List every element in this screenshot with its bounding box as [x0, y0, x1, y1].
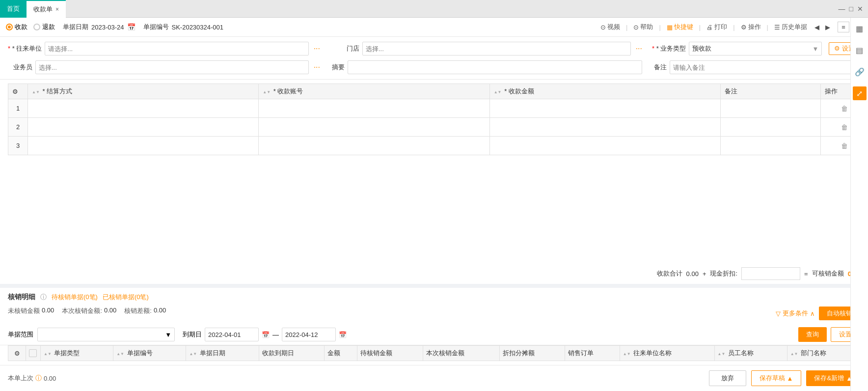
sort-settlement-icon[interactable]: ▲▼	[32, 90, 40, 94]
btcol-counterpart-label: 往来单位名称	[633, 349, 672, 357]
help-label: 帮助	[640, 23, 653, 31]
row-1-amount[interactable]	[489, 99, 720, 118]
print-btn[interactable]: 🖨 打印	[706, 23, 727, 31]
date-range-field: 到期日 📅 — 📅	[183, 328, 347, 341]
calendar-icon[interactable]: 📅	[127, 23, 136, 31]
shop-more-icon[interactable]: ···	[636, 44, 642, 53]
operation-btn[interactable]: ⚙ 操作	[741, 23, 761, 31]
btcol-this-header: 本次核销金额	[423, 346, 499, 361]
summary-input[interactable]	[348, 60, 642, 74]
tab-close-icon[interactable]: ×	[55, 6, 59, 13]
minimize-button[interactable]: —	[839, 5, 845, 13]
sort-type-icon[interactable]: ▲▼	[44, 352, 52, 356]
sort-dept-icon[interactable]: ▲▼	[790, 352, 798, 356]
right-sidebar: ▦ ▤ 🔗 ⤢	[850, 18, 868, 391]
row-3-delete-icon[interactable]: 🗑	[841, 142, 848, 150]
row-3-note[interactable]	[720, 137, 820, 155]
sidebar-list-icon[interactable]: ▤	[853, 43, 867, 57]
note-input[interactable]	[670, 60, 860, 74]
history-btn[interactable]: ☰ 历史单据	[774, 23, 807, 31]
tab-receipt[interactable]: 收款单 ×	[27, 0, 66, 18]
history-icon: ☰	[774, 24, 780, 31]
row-3-amount[interactable]	[489, 137, 720, 155]
counterpart-input[interactable]	[45, 42, 308, 56]
sidebar-table-icon[interactable]: ▦	[853, 22, 867, 35]
maximize-button[interactable]: □	[849, 5, 853, 13]
radio-collect[interactable]: 收款	[6, 23, 27, 31]
row-2-delete-icon[interactable]: 🗑	[841, 123, 848, 131]
shop-input[interactable]	[362, 42, 631, 56]
this-order-info-icon[interactable]: ⓘ	[35, 374, 42, 383]
row-1-delete-icon[interactable]: 🗑	[841, 105, 848, 112]
due-from-input[interactable]	[205, 328, 259, 341]
abandon-button[interactable]: 放弃	[709, 370, 746, 386]
col-gear-header[interactable]: ⚙	[8, 84, 28, 99]
counterpart-label: * 往来单位	[8, 44, 42, 53]
sort-counterpart-icon[interactable]: ▲▼	[623, 352, 631, 356]
row-1-account[interactable]	[259, 99, 489, 118]
this-verify-value: 0.00	[104, 307, 116, 320]
staff-input[interactable]	[35, 60, 309, 74]
row-3-settlement[interactable]	[28, 137, 259, 155]
btcol-due-label: 收款到期日	[262, 349, 294, 357]
row-3-account[interactable]	[259, 137, 489, 155]
sort-account-icon[interactable]: ▲▼	[263, 90, 271, 94]
query-label: 查询	[806, 331, 819, 338]
due-to-input[interactable]	[282, 328, 336, 341]
cal-to-icon[interactable]: 📅	[339, 331, 347, 338]
help-btn[interactable]: ⊙ 帮助	[633, 23, 653, 31]
verify-info-icon[interactable]: ⓘ	[40, 293, 47, 302]
row-2-settlement[interactable]	[28, 118, 259, 137]
btcol-gear-header[interactable]: ⚙	[8, 346, 26, 361]
equals-sign: =	[804, 270, 808, 278]
close-button[interactable]: ✕	[857, 5, 863, 13]
plus-sign: +	[703, 270, 706, 278]
counterpart-more-icon[interactable]: ···	[314, 44, 320, 53]
shortcut-btn[interactable]: ▦ 快捷键	[667, 23, 693, 31]
sidebar-expand-icon[interactable]: ⤢	[853, 86, 867, 100]
col-action-label: 操作	[825, 87, 838, 95]
tab-receipt-label: 收款单	[33, 5, 53, 14]
row-2-note[interactable]	[720, 118, 820, 137]
sidebar-link-icon[interactable]: 🔗	[853, 65, 867, 79]
btcol-check-header	[26, 346, 41, 361]
video-btn[interactable]: ⊙ 视频	[600, 23, 620, 31]
staff-label: 业务员	[8, 63, 32, 72]
select-all-checkbox[interactable]	[29, 349, 37, 357]
next-arrow[interactable]: ▶	[823, 22, 833, 32]
radio-refund[interactable]: 退款	[33, 23, 55, 31]
range-select[interactable]: ▼	[37, 328, 175, 341]
toolbar: 收款 退款 单据日期 2023-03-24 📅 单据编号 SK-20230324…	[0, 18, 868, 37]
prev-arrow[interactable]: ◀	[812, 22, 822, 32]
sort-staff-icon[interactable]: ▲▼	[718, 352, 726, 356]
btcol-amount-header: 金额	[325, 346, 357, 361]
pending-tab[interactable]: 待核销单据(0笔)	[52, 293, 98, 302]
more-conditions-btn[interactable]: ▽ 更多条件 ∧	[776, 309, 815, 318]
discount-input[interactable]	[741, 267, 800, 280]
gear-icon: ⚙	[12, 88, 18, 95]
biz-type-select[interactable]: 预收款 ▼	[689, 42, 822, 56]
nav-arrows: ◀ ▶	[812, 22, 833, 32]
save-draft-button[interactable]: 保存草稿 ▲	[751, 370, 802, 386]
row-1-settlement[interactable]	[28, 99, 259, 118]
sort-date-icon[interactable]: ▲▼	[189, 352, 197, 356]
sort-amount-icon[interactable]: ▲▼	[494, 90, 502, 94]
sort-number-icon[interactable]: ▲▼	[116, 352, 124, 356]
tab-home[interactable]: 首页	[0, 0, 27, 18]
done-tab[interactable]: 已核销单据(0笔)	[103, 293, 149, 302]
toolbar-right: ⊙ 视频 | ⊙ 帮助 | ▦ 快捷键 | 🖨 打印 | ⚙ 操作	[600, 22, 862, 32]
row-2-amount[interactable]	[489, 118, 720, 137]
row-2-account[interactable]	[259, 118, 489, 137]
btcol-date-label: 单据日期	[200, 349, 225, 357]
row-1-note[interactable]	[720, 99, 820, 118]
range-label: 单据范围	[8, 330, 33, 339]
query-button[interactable]: 查询	[798, 327, 827, 342]
cal-from-icon[interactable]: 📅	[262, 331, 270, 338]
video-icon: ⊙	[600, 24, 606, 31]
this-verify-label: 本次核销金额:	[62, 307, 102, 320]
diff-value: 0.00	[154, 307, 166, 320]
list-view-btn[interactable]: ≡	[838, 22, 849, 32]
row-1-num: 1	[8, 99, 28, 118]
unverified-stat: 未核销金额 0.00	[8, 307, 54, 320]
staff-more-icon[interactable]: ···	[314, 63, 320, 72]
